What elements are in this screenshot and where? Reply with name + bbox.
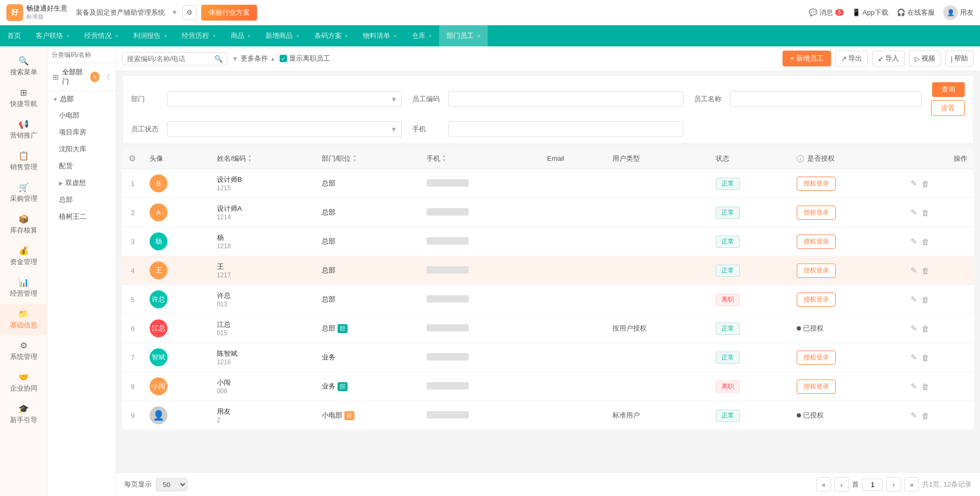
user-button[interactable]: 👤 用友: [943, 5, 974, 20]
tab-bom-close[interactable]: ×: [393, 33, 397, 39]
th-name-sortable[interactable]: 姓名/编码 ▲ ▼: [217, 154, 309, 163]
phone-filter-input[interactable]: [448, 121, 683, 137]
edit-row-icon[interactable]: ✎: [910, 411, 917, 420]
tab-history-close[interactable]: ×: [212, 33, 215, 39]
gear-button[interactable]: ⚙: [182, 5, 197, 20]
empname-filter-input[interactable]: [730, 91, 922, 107]
tab-bom[interactable]: 物料清单×: [355, 25, 404, 46]
tab-history[interactable]: 经营历程×: [174, 25, 223, 46]
sidebar-item-xiaodianbu[interactable]: 小电部: [47, 107, 115, 124]
video-button[interactable]: ▷ 视频: [909, 51, 941, 66]
export-button[interactable]: ↗ 导出: [835, 51, 868, 66]
sidebar-item-shuangxu[interactable]: ▶ 双虚想: [47, 174, 115, 191]
sidebar-search-input[interactable]: [52, 51, 116, 59]
edit-row-icon[interactable]: ✎: [910, 208, 917, 217]
import-button[interactable]: ↙ 导入: [872, 51, 905, 66]
tab-department[interactable]: 部门员工×: [439, 25, 488, 46]
sidebar-item-shenyang[interactable]: 沈阳大库: [47, 141, 115, 158]
auth-login-button[interactable]: 授权登录: [797, 235, 836, 249]
delete-row-icon[interactable]: 🗑: [922, 295, 929, 304]
left-nav-system[interactable]: ⚙ 系统管理: [0, 335, 47, 367]
left-nav-finance[interactable]: 💰 资金管理: [0, 240, 47, 272]
delete-row-icon[interactable]: 🗑: [922, 237, 929, 246]
left-nav-basic[interactable]: 📁 基础信息: [0, 304, 47, 335]
sidebar-group-zongbu[interactable]: ▼ 总部: [47, 91, 115, 107]
empcode-filter-input[interactable]: [448, 91, 683, 107]
edit-row-icon[interactable]: ✎: [910, 324, 917, 333]
tab-warehouse-close[interactable]: ×: [429, 33, 432, 39]
th-name[interactable]: 姓名/编码 ▲ ▼: [211, 148, 315, 169]
tab-customer-close[interactable]: ×: [66, 33, 70, 39]
dept-edit-icon[interactable]: ✎: [90, 72, 100, 82]
delete-row-icon[interactable]: 🗑: [922, 382, 929, 391]
edit-row-icon[interactable]: ✎: [910, 353, 917, 362]
msg-button[interactable]: 💬 消息 5: [809, 8, 844, 17]
page-number-input[interactable]: [862, 479, 883, 491]
tab-home[interactable]: 首页: [0, 25, 28, 46]
left-nav-guide[interactable]: 🎓 新手引导: [0, 398, 47, 430]
sidebar-item-zhishu[interactable]: 植树王二: [47, 208, 115, 225]
search-input[interactable]: [127, 55, 211, 63]
auth-login-button[interactable]: 授权登录: [797, 380, 836, 394]
table-gear-icon[interactable]: ⚙: [128, 154, 136, 163]
auth-login-button[interactable]: 授权登录: [797, 177, 836, 191]
delete-row-icon[interactable]: 🗑: [922, 411, 929, 420]
prev-page-button[interactable]: ‹: [834, 477, 849, 492]
auth-info-icon[interactable]: i: [797, 155, 804, 162]
set-button[interactable]: 设置: [931, 100, 965, 116]
tab-goods[interactable]: 商品×: [223, 25, 258, 46]
trial-button[interactable]: 体验行业方案: [201, 5, 257, 21]
edit-row-icon[interactable]: ✎: [910, 382, 917, 391]
tab-add-goods-close[interactable]: ×: [296, 33, 299, 39]
search-button[interactable]: 查询: [932, 82, 965, 97]
th-dept[interactable]: 部门/职位 ▲ ▼: [315, 148, 420, 169]
next-page-button[interactable]: ›: [886, 477, 901, 492]
th-dept-sortable[interactable]: 部门/职位 ▲ ▼: [322, 154, 414, 163]
left-nav-inventory[interactable]: 📦 库存核算: [0, 209, 47, 240]
tab-business-close[interactable]: ×: [115, 33, 118, 39]
edit-row-icon[interactable]: ✎: [910, 237, 917, 246]
left-nav-collab[interactable]: 🤝 企业协同: [0, 367, 47, 398]
th-phone-sortable[interactable]: 手机 ▲ ▼: [427, 154, 534, 163]
sidebar-item-xianmukufang[interactable]: 项目库房: [47, 124, 115, 141]
tab-customer[interactable]: 客户联络×: [28, 25, 77, 46]
first-page-button[interactable]: «: [816, 477, 831, 492]
left-nav-marketing[interactable]: 📢 营销推广: [0, 114, 47, 145]
tab-goods-close[interactable]: ×: [248, 33, 251, 39]
tab-warehouse[interactable]: 仓库×: [404, 25, 439, 46]
left-nav-search[interactable]: 🔍 搜索菜单: [0, 51, 47, 82]
tab-profit[interactable]: 利润报告×: [126, 25, 174, 46]
per-page-select[interactable]: 50 100 200: [156, 478, 187, 491]
tab-barcode-close[interactable]: ×: [345, 33, 348, 39]
tab-department-close[interactable]: ×: [477, 33, 480, 39]
auth-login-button[interactable]: 授权登录: [797, 293, 836, 307]
tab-add-goods[interactable]: 新增商品×: [258, 25, 306, 46]
edit-row-icon[interactable]: ✎: [910, 295, 917, 304]
edit-row-icon[interactable]: ✎: [910, 179, 917, 188]
edit-row-icon[interactable]: ✎: [910, 266, 917, 275]
tab-barcode[interactable]: 条码方案×: [307, 25, 355, 46]
sidebar-item-zongbu2[interactable]: 总部: [47, 191, 115, 208]
sidebar-item-peihuo[interactable]: 配货: [47, 158, 115, 174]
tab-profit-close[interactable]: ×: [164, 33, 167, 39]
show-resign-checkbox[interactable]: ✓ 显示离职员工: [280, 54, 330, 63]
collapse-sidebar-btn[interactable]: 《: [103, 72, 110, 82]
app-download-button[interactable]: 📱 App下载: [852, 8, 888, 17]
auth-login-button[interactable]: 授权登录: [797, 351, 836, 365]
left-nav-quicknav[interactable]: ⊞ 快捷导航: [0, 82, 47, 114]
delete-row-icon[interactable]: 🗑: [922, 208, 929, 217]
tab-business-status[interactable]: 经营情况×: [77, 25, 125, 46]
more-filter-button[interactable]: ▼ 更多条件 ▲: [232, 54, 275, 63]
delete-row-icon[interactable]: 🗑: [922, 324, 929, 333]
delete-row-icon[interactable]: 🗑: [922, 353, 929, 362]
auth-login-button[interactable]: 授权登录: [797, 264, 836, 278]
empstatus-filter-select[interactable]: ▼: [167, 121, 402, 137]
dept-filter-select[interactable]: ▼: [167, 91, 402, 107]
delete-row-icon[interactable]: 🗑: [922, 179, 929, 188]
last-page-button[interactable]: »: [904, 477, 919, 492]
search-icon[interactable]: 🔍: [214, 55, 223, 63]
auth-login-button[interactable]: 授权登录: [797, 206, 836, 220]
left-nav-purchase[interactable]: 🛒 采购管理: [0, 177, 47, 209]
add-employee-button[interactable]: + 新增员工: [783, 51, 830, 66]
th-phone[interactable]: 手机 ▲ ▼: [420, 148, 541, 169]
